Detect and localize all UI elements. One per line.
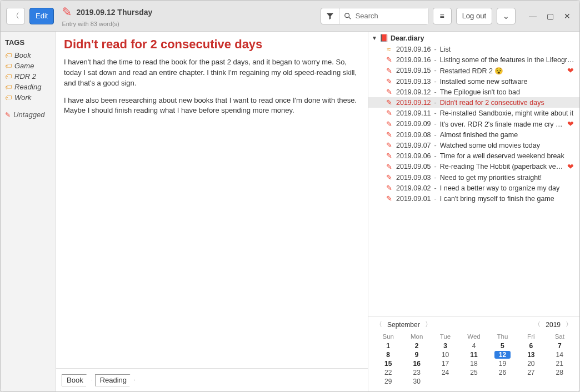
tag-item[interactable]: 🏷RDR 2 bbox=[4, 71, 52, 82]
calendar-day[interactable]: 14 bbox=[546, 350, 574, 359]
calendar-day[interactable]: 11 bbox=[459, 350, 488, 359]
entry-row[interactable]: ✎2019.09.16-Listing some of the features… bbox=[368, 54, 579, 65]
calendar-day[interactable]: 19 bbox=[488, 359, 517, 368]
entry-tag-bar: BookReading bbox=[56, 368, 368, 391]
calendar-day[interactable]: 27 bbox=[517, 368, 545, 377]
entry-list-title: I need a better way to organize my day bbox=[440, 184, 559, 192]
calendar-dow: Mon bbox=[402, 331, 431, 341]
entry-row[interactable]: ✎2019.09.01-I can't bring myself to fini… bbox=[368, 193, 579, 204]
entry-title: Didn't read for 2 consecutive days bbox=[64, 37, 360, 52]
year-prev-button[interactable]: 〈 bbox=[532, 320, 542, 329]
calendar-day[interactable]: 8 bbox=[374, 350, 402, 359]
entry-row[interactable]: ✎2019.09.15-Restarted RDR 2 😵❤ bbox=[368, 65, 579, 76]
calendar-day[interactable]: 18 bbox=[459, 359, 488, 368]
calendar-day[interactable]: 20 bbox=[517, 359, 545, 368]
entry-date: 2019.09.02 bbox=[396, 184, 431, 192]
svg-point-0 bbox=[344, 13, 349, 17]
calendar-day[interactable]: 30 bbox=[402, 377, 431, 386]
calendar-day[interactable]: 15 bbox=[374, 359, 402, 368]
entry-tag-chip[interactable]: Book bbox=[62, 374, 92, 386]
calendar-grid: SunMonTueWedThuFriSat 123456789101112131… bbox=[374, 331, 574, 386]
calendar-day[interactable]: 7 bbox=[546, 341, 574, 350]
entry-list-title: The Epilogue isn't too bad bbox=[440, 88, 520, 96]
entry-list-title: I can't bring myself to finish the game bbox=[440, 195, 554, 203]
calendar-day[interactable]: 17 bbox=[431, 359, 459, 368]
calendar-day[interactable]: 25 bbox=[459, 368, 488, 377]
calendar-day[interactable]: 12 bbox=[488, 350, 517, 359]
calendar-day[interactable]: 24 bbox=[431, 368, 459, 377]
pencil-icon: ✎ bbox=[385, 67, 393, 75]
entry-row[interactable]: ✎2019.09.08-Almost finished the game bbox=[368, 129, 579, 140]
calendar-day[interactable]: 1 bbox=[374, 341, 402, 350]
untagged-item[interactable]: ✎ Untagged bbox=[4, 109, 52, 120]
calendar-day[interactable]: 10 bbox=[431, 350, 459, 359]
tag-icon: 🏷 bbox=[5, 73, 12, 81]
calendar-day[interactable]: 3 bbox=[431, 341, 459, 350]
calendar-dow: Thu bbox=[488, 331, 517, 341]
month-prev-button[interactable]: 〈 bbox=[374, 320, 384, 329]
entry-row[interactable]: ✎2019.09.06-Time for a well deserved wee… bbox=[368, 150, 579, 161]
filter-button[interactable] bbox=[321, 8, 340, 24]
calendar-day[interactable]: 5 bbox=[488, 341, 517, 350]
calendar-dow: Fri bbox=[517, 331, 545, 341]
calendar-day[interactable]: 13 bbox=[517, 350, 545, 359]
entry-list-title: List bbox=[440, 46, 451, 53]
entry-row[interactable]: ✎2019.09.13-Installed some new software bbox=[368, 76, 579, 87]
toolbar: 〈 Edit ✎ 2019.09.12 Thursday Entry with … bbox=[1, 1, 579, 32]
search-input[interactable] bbox=[356, 8, 428, 24]
year-next-button[interactable]: 〉 bbox=[564, 320, 574, 329]
calendar-dow: Sat bbox=[546, 331, 574, 341]
calendar-day[interactable]: 29 bbox=[374, 377, 402, 386]
tag-label: Game bbox=[14, 62, 34, 70]
editor-column: Didn't read for 2 consecutive days I hav… bbox=[56, 32, 368, 391]
tags-heading: TAGS bbox=[5, 38, 52, 47]
hamburger-menu-button[interactable]: ≡ bbox=[433, 8, 452, 24]
entry-tag-chip[interactable]: Reading bbox=[95, 374, 135, 386]
tag-item[interactable]: 🏷Work bbox=[4, 92, 52, 103]
calendar-day[interactable]: 9 bbox=[402, 350, 431, 359]
entry-row[interactable]: ✎2019.09.12-Didn't read for 2 consecutiv… bbox=[368, 97, 579, 108]
entry-row[interactable]: ✎2019.09.02-I need a better way to organ… bbox=[368, 183, 579, 193]
calendar-day[interactable]: 21 bbox=[546, 359, 574, 368]
calendar-day[interactable]: 22 bbox=[374, 368, 402, 377]
window-maximize-button[interactable]: ▢ bbox=[547, 12, 554, 21]
diary-root[interactable]: ▼ 📕 Dear.diary bbox=[368, 32, 579, 44]
calendar-day[interactable]: 4 bbox=[459, 341, 488, 350]
tag-label: Book bbox=[14, 51, 31, 59]
calendar-year-label: 2019 bbox=[546, 321, 561, 329]
tag-item[interactable]: 🏷Reading bbox=[4, 82, 52, 92]
calendar-day[interactable]: 6 bbox=[517, 341, 545, 350]
entry-row[interactable]: ✎2019.09.09-It's over. RDR 2's finale ma… bbox=[368, 118, 579, 129]
tag-item[interactable]: 🏷Book bbox=[4, 50, 52, 61]
entry-row[interactable]: ≈2019.09.16-List bbox=[368, 44, 579, 54]
entry-row[interactable]: ✎2019.09.07-Watched some old movies toda… bbox=[368, 140, 579, 150]
entry-row[interactable]: ✎2019.09.12-The Epilogue isn't too bad bbox=[368, 87, 579, 97]
tag-item[interactable]: 🏷Game bbox=[4, 61, 52, 71]
calendar-month-label: September bbox=[387, 321, 420, 329]
calendar-day[interactable]: 26 bbox=[488, 368, 517, 377]
logout-button[interactable]: Log out bbox=[456, 8, 492, 24]
calendar-day[interactable]: 23 bbox=[402, 368, 431, 377]
pencil-icon: ✎ bbox=[385, 152, 393, 160]
calendar-day[interactable]: 2 bbox=[402, 341, 431, 350]
diary-name: Dear.diary bbox=[391, 34, 424, 42]
calendar-dow: Wed bbox=[459, 331, 488, 341]
pencil-icon: ✎ bbox=[385, 98, 393, 107]
window-close-button[interactable]: ✕ bbox=[564, 12, 571, 21]
back-button[interactable]: 〈 bbox=[6, 8, 25, 24]
entry-body[interactable]: Didn't read for 2 consecutive days I hav… bbox=[56, 32, 368, 368]
pencil-icon: ✎ bbox=[385, 56, 393, 64]
edit-button[interactable]: Edit bbox=[29, 8, 54, 24]
calendar-day[interactable]: 16 bbox=[402, 359, 431, 368]
entry-row[interactable]: ✎2019.09.05-Re-reading The Hobbit (paper… bbox=[368, 161, 579, 172]
month-next-button[interactable]: 〉 bbox=[423, 320, 433, 329]
entry-row[interactable]: ✎2019.09.11-Re-installed Sandboxie, migh… bbox=[368, 108, 579, 118]
entry-date: 2019.09.16 bbox=[396, 56, 431, 64]
entry-date: 2019.09.13 bbox=[396, 78, 431, 86]
logout-menu-button[interactable]: ⌄ bbox=[497, 8, 516, 24]
entry-date-heading: 2019.09.12 Thursday bbox=[76, 8, 152, 17]
entry-row[interactable]: ✎2019.09.03-Need to get my priorities st… bbox=[368, 172, 579, 183]
window-minimize-button[interactable]: — bbox=[529, 12, 537, 21]
calendar-day[interactable]: 28 bbox=[546, 368, 574, 377]
pencil-icon: ✎ bbox=[385, 173, 393, 182]
